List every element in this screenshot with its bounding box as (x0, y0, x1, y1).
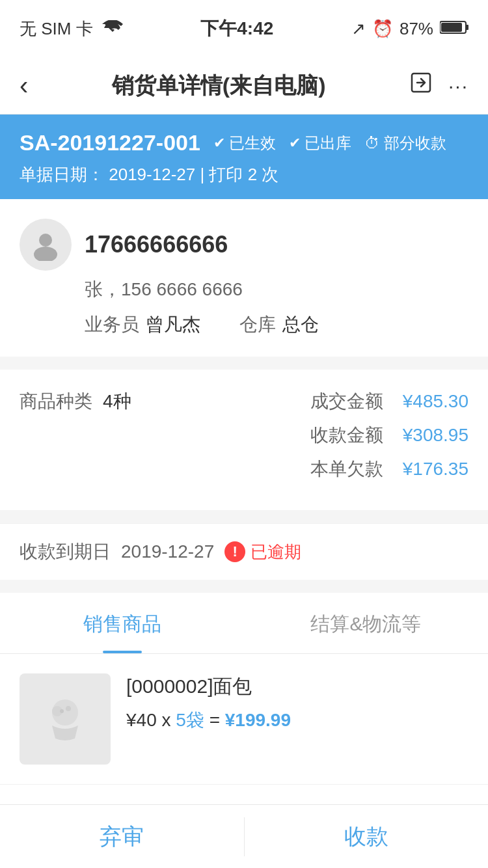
cancel-button[interactable]: 弃审 (0, 805, 244, 868)
product-thumb-1 (20, 673, 111, 765)
check-active-icon: ✔ (213, 135, 225, 152)
product-type-value: 4种 (103, 389, 131, 414)
status-shipped-label: 已出库 (305, 133, 351, 154)
deal-amount-value: ¥485.30 (403, 391, 468, 412)
location-icon: ↗ (351, 19, 366, 39)
status-partial: ⏱ 部分收款 (364, 133, 446, 154)
customer-main-row: 17666666666 (20, 219, 468, 271)
warehouse-item: 仓库 总仓 (239, 312, 319, 337)
back-button[interactable]: ‹ (20, 71, 28, 100)
debt-label: 本单欠款 (310, 457, 383, 481)
salesperson-value: 曾凡杰 (146, 312, 200, 337)
deal-amount-row: 成交金额 ¥485.30 (310, 389, 468, 414)
status-bar: 无 SIM 卡 下午4:42 ↗ ⏰ 87% (0, 0, 488, 57)
battery-icon (440, 19, 468, 39)
svg-rect-1 (466, 25, 468, 30)
received-label: 收款金额 (310, 423, 383, 448)
salesperson-item: 业务员 曾凡杰 (85, 312, 200, 337)
confirm-button[interactable]: 收款 (245, 805, 489, 868)
due-label: 收款到期日 (20, 539, 111, 564)
customer-name-phone: 张，156 6666 6666 (85, 277, 468, 302)
received-value: ¥308.95 (403, 425, 468, 446)
qty-highlight-1: 5袋 (176, 710, 204, 730)
product-item: [0000002]面包 ¥40 x 5袋 = ¥199.99 (0, 654, 488, 785)
order-row: SA-20191227-001 ✔ 已生效 ✔ 已出库 ⏱ 部分收款 (20, 130, 468, 156)
alarm-icon: ⏰ (372, 19, 393, 39)
overdue-badge: ! 已逾期 (224, 541, 301, 563)
product-type-item: 商品种类 4种 (20, 389, 131, 414)
warehouse-value: 总仓 (282, 312, 319, 337)
debt-value: ¥176.35 (403, 459, 468, 480)
product-name-1: [0000002]面包 (126, 673, 468, 700)
price-unit-1: ¥40 x (126, 710, 176, 730)
battery-text: 87% (400, 19, 433, 39)
tab-settlement[interactable]: 结算&物流等 (244, 593, 488, 653)
svg-point-8 (60, 709, 64, 713)
price-total-1: ¥199.99 (225, 710, 291, 730)
header-date-row: 单据日期： 2019-12-27 | 打印 2 次 (20, 163, 468, 186)
product-type-label: 商品种类 (20, 389, 92, 414)
stats-section: 商品种类 4种 成交金额 ¥485.30 收款金额 ¥308.95 本单欠款 ¥… (0, 370, 488, 510)
print-suffix: 次 (262, 165, 278, 184)
status-right: ↗ ⏰ 87% (351, 19, 468, 39)
avatar (20, 219, 72, 271)
deal-amount-label: 成交金额 (310, 389, 383, 414)
print-label: | 打印 (200, 165, 243, 184)
status-active-label: 已生效 (229, 133, 276, 154)
product-info-1: [0000002]面包 ¥40 x 5袋 = ¥199.99 (126, 673, 468, 733)
confirm-label: 收款 (344, 822, 388, 852)
date-value: 2019-12-27 (109, 165, 195, 184)
customer-section: 17666666666 张，156 6666 6666 业务员 曾凡杰 仓库 总… (0, 199, 488, 357)
overdue-label: 已逾期 (251, 541, 301, 563)
tab-sales-goods[interactable]: 销售商品 (0, 593, 244, 653)
debt-row: 本单欠款 ¥176.35 (310, 457, 468, 481)
wifi-icon (102, 19, 123, 39)
salesperson-label: 业务员 (85, 312, 139, 337)
page-title: 销货单详情(来自电脑) (112, 71, 326, 101)
customer-meta: 业务员 曾凡杰 仓库 总仓 (85, 312, 468, 337)
svg-point-9 (66, 706, 71, 711)
due-date: 2019-12-27 (121, 541, 214, 562)
received-row: 收款金额 ¥308.95 (310, 423, 468, 448)
tab-settlement-label: 结算&物流等 (310, 613, 421, 634)
check-shipped-icon: ✔ (289, 135, 301, 152)
status-shipped: ✔ 已出库 (289, 133, 351, 154)
warehouse-label: 仓库 (239, 312, 276, 337)
cancel-label: 弃审 (100, 822, 144, 852)
svg-rect-2 (441, 23, 462, 32)
nav-bar: ‹ 销货单详情(来自电脑) ··· (0, 57, 488, 115)
svg-point-4 (39, 234, 52, 247)
price-eq-1: = (204, 710, 225, 730)
status-left: 无 SIM 卡 (20, 18, 123, 40)
alert-icon: ! (224, 541, 245, 562)
status-partial-label: 部分收款 (384, 133, 446, 154)
customer-id: 17666666666 (85, 231, 228, 258)
order-id: SA-20191227-001 (20, 130, 200, 156)
svg-point-5 (34, 247, 57, 261)
nav-actions: ··· (409, 71, 468, 100)
bottom-bar: 弃审 收款 (0, 804, 488, 868)
date-label: 单据日期： (20, 165, 104, 184)
tabs-section: 销售商品 结算&物流等 (0, 593, 488, 654)
due-section: 收款到期日 2019-12-27 ! 已逾期 (0, 523, 488, 580)
status-active: ✔ 已生效 (213, 133, 276, 154)
product-price-1: ¥40 x 5袋 = ¥199.99 (126, 708, 468, 733)
clock-icon: ⏱ (364, 134, 380, 152)
tab-sales-goods-label: 销售商品 (83, 613, 161, 634)
stats-left: 商品种类 4种 (20, 389, 131, 419)
share-icon[interactable] (409, 71, 433, 100)
status-time: 下午4:42 (200, 16, 273, 41)
stats-right: 成交金额 ¥485.30 收款金额 ¥308.95 本单欠款 ¥176.35 (310, 389, 468, 491)
carrier-text: 无 SIM 卡 (20, 18, 93, 40)
print-count: 2 (248, 165, 257, 184)
more-icon[interactable]: ··· (448, 75, 468, 97)
header-banner: SA-20191227-001 ✔ 已生效 ✔ 已出库 ⏱ 部分收款 单据日期：… (0, 115, 488, 199)
